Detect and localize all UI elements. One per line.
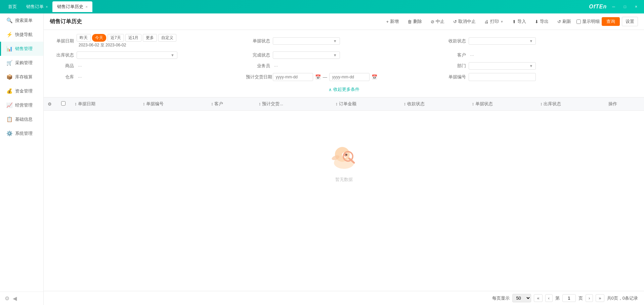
settings-icon[interactable]: ⚙ [5, 295, 9, 302]
last-page-button[interactable]: » [596, 294, 604, 302]
table-header: ⚙ ↕ 单据日期 ↕ 单据编号 [44, 98, 644, 111]
date-btn-7days[interactable]: 近7天 [108, 34, 124, 42]
date-btn-1month[interactable]: 近1月 [125, 34, 142, 42]
operations-icon: 📈 [6, 102, 12, 108]
out-status-select[interactable]: ▼ [77, 51, 177, 59]
delivery-date-start-input[interactable] [273, 73, 313, 81]
select-all-checkbox[interactable] [61, 101, 66, 106]
complete-status-select[interactable]: ▼ [273, 51, 340, 59]
print-button[interactable]: 🖨 打印 ▼ [481, 17, 507, 26]
filter-row-4: 仓库 ··· 预计交货日期 📅 — 📅 单据编号 [50, 73, 638, 81]
sidebar-item-system[interactable]: ⚙️ 系统管理 [0, 126, 43, 141]
per-page-select[interactable]: 50 10 20 100 [512, 294, 531, 302]
main-layout: 🔍 搜索菜单 ⚡ 快捷导航 📊 销售管理 🛒 采购管理 📦 库存核算 💰 资金管… [0, 13, 644, 305]
table-area: ⚙ ↕ 单据日期 ↕ 单据编号 [44, 98, 644, 291]
refresh-button[interactable]: ↺ 刷新 [554, 17, 574, 26]
sidebar-bottom: ⚙ ◀ [0, 292, 43, 305]
order-no-input[interactable] [469, 73, 536, 81]
date-btn-today[interactable]: 今天 [92, 34, 106, 42]
filter-row-1: 单据日期 昨天 今天 近7天 近1月 更多 自定义 2023-06-02 至 2… [50, 34, 638, 48]
th-amount[interactable]: ↕ 订单金额 [332, 98, 400, 111]
warehouse-dotdot-button[interactable]: ··· [77, 74, 83, 80]
window-maximize-button[interactable]: □ [620, 3, 630, 10]
sidebar-item-base-info[interactable]: 📋 基础信息 [0, 112, 43, 126]
query-button[interactable]: 查询 [602, 17, 620, 26]
sidebar-item-finance-label: 资金管理 [15, 88, 33, 94]
product-dotdot-button[interactable]: ··· [77, 63, 83, 69]
salesperson-dotdot-button[interactable]: ··· [273, 63, 280, 69]
window-minimize-button[interactable]: ─ [609, 3, 618, 10]
date-btn-more[interactable]: 更多 [143, 34, 157, 42]
delivery-date-end-input[interactable] [329, 73, 370, 81]
th-customer[interactable]: ↕ 客户 [207, 98, 255, 111]
th-date[interactable]: ↕ 单据日期 [71, 98, 139, 111]
next-page-button[interactable]: › [586, 294, 593, 302]
filter-col-complete-status: 完成状态 ▼ [246, 51, 442, 59]
order-status-select[interactable]: ▼ [273, 37, 340, 45]
purchase-mgmt-icon: 🛒 [6, 60, 12, 66]
filter-col-order-status: 单据状态 ▼ [246, 37, 442, 45]
new-button[interactable]: + 新增 [383, 17, 402, 26]
sidebar-item-inventory[interactable]: 📦 库存核算 [0, 70, 43, 84]
tab-sales-order[interactable]: 销售订单 × [22, 1, 52, 12]
window-close-button[interactable]: × [632, 3, 641, 10]
sidebar-item-purchase-mgmt[interactable]: 🛒 采购管理 [0, 56, 43, 70]
display-toggle-checkbox[interactable] [576, 20, 581, 24]
th-action: 操作 [604, 98, 644, 111]
import-button[interactable]: ⬆ 导入 [509, 17, 529, 26]
payment-status-select[interactable]: ▼ [469, 37, 536, 45]
dept-select[interactable]: ▼ [469, 62, 536, 70]
page-title: 销售订单历史 [50, 18, 82, 25]
th-order-status[interactable]: ↕ 单据状态 [468, 98, 536, 111]
sidebar-item-inventory-label: 库存核算 [15, 74, 33, 80]
sidebar-item-sales-mgmt[interactable]: 📊 销售管理 [0, 42, 43, 56]
sidebar-item-search-menu[interactable]: 🔍 搜索菜单 [0, 13, 43, 28]
calendar-start-icon[interactable]: 📅 [315, 74, 321, 80]
collapse-arrow-icon: ∧ [329, 87, 332, 92]
filter-panel: 单据日期 昨天 今天 近7天 近1月 更多 自定义 2023-06-02 至 2… [44, 30, 644, 98]
out-status-arrow-icon: ▼ [171, 53, 174, 57]
customer-label: 客户 [442, 52, 469, 58]
sales-mgmt-icon: 📊 [6, 46, 12, 52]
first-page-button[interactable]: « [534, 294, 542, 302]
delete-button[interactable]: 🗑 删除 [404, 17, 425, 26]
sidebar-item-operations[interactable]: 📈 经营管理 [0, 98, 43, 112]
tab-home[interactable]: 首页 [3, 1, 22, 12]
per-page-label: 每页显示 [492, 295, 510, 301]
date-btn-custom[interactable]: 自定义 [158, 34, 176, 42]
date-range-dash: — [323, 75, 327, 80]
export-button[interactable]: ⬇ 导出 [531, 17, 552, 26]
prev-page-button[interactable]: ‹ [545, 294, 553, 302]
calendar-end-icon[interactable]: 📅 [372, 74, 377, 80]
customer-dotdot-button[interactable]: ··· [469, 52, 475, 58]
tab-sales-history[interactable]: 销售订单历史 × [52, 1, 92, 12]
filter-row-2: 出库状态 ▼ 完成状态 ▼ 客户 ··· [50, 51, 638, 59]
collapse-icon[interactable]: ◀ [13, 295, 17, 302]
filter-col-salesperson: 业务员 ··· [246, 63, 442, 69]
th-out-status[interactable]: ↕ 出库状态 [536, 98, 604, 111]
tab-sales-history-close[interactable]: × [85, 5, 87, 9]
collapse-bar[interactable]: ∧ 收起更多条件 [50, 84, 638, 93]
date-btn-yesterday[interactable]: 昨天 [77, 34, 91, 42]
th-order-no[interactable]: ↕ 单据编号 [139, 98, 207, 111]
th-settings[interactable]: ⚙ [44, 98, 57, 111]
th-delivery-date[interactable]: ↕ 预计交货... [255, 98, 332, 111]
page-input[interactable] [562, 294, 576, 302]
tab-home-label: 首页 [8, 4, 17, 10]
sidebar-item-search-menu-label: 搜索菜单 [15, 17, 33, 24]
th-checkbox[interactable] [57, 98, 71, 111]
tab-sales-order-close[interactable]: × [46, 5, 48, 9]
sidebar-item-quick-nav[interactable]: ⚡ 快捷导航 [0, 28, 43, 42]
th-payment-status[interactable]: ↕ 收款状态 [400, 98, 468, 111]
filter-row-3: 商品 ··· 业务员 ··· 部门 ▼ [50, 62, 638, 70]
table-settings-icon[interactable]: ⚙ [48, 102, 52, 107]
tab-sales-history-label: 销售订单历史 [57, 4, 83, 10]
base-info-icon: 📋 [6, 116, 12, 122]
stop-button[interactable]: ⊘ 中止 [427, 17, 448, 26]
settings-button[interactable]: 设置 [622, 17, 638, 26]
display-toggle[interactable]: 显示明细 [576, 18, 600, 25]
payment-status-arrow-icon: ▼ [529, 39, 533, 43]
sidebar-item-base-info-label: 基础信息 [15, 116, 33, 122]
cancel-stop-button[interactable]: ↺ 取消中止 [450, 17, 479, 26]
sidebar-item-finance[interactable]: 💰 资金管理 [0, 84, 43, 98]
